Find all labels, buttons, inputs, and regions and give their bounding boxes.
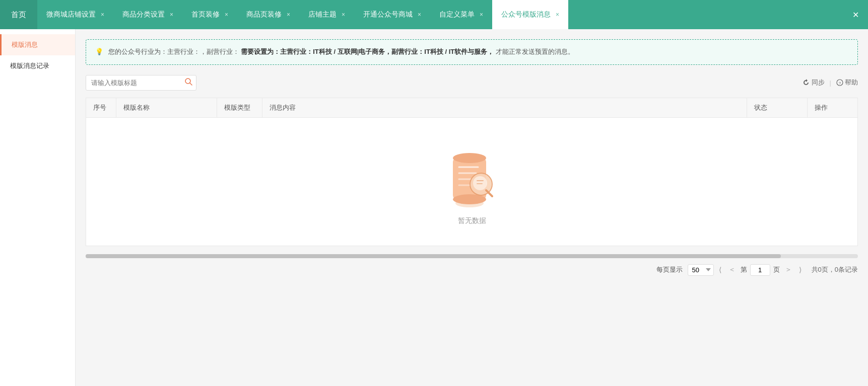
next-page-button[interactable]: ＞	[783, 264, 794, 275]
bulb-icon: 💡	[95, 48, 103, 55]
tab-shop-theme[interactable]: 店铺主题 ×	[299, 0, 354, 29]
main-layout: 模版消息 模版消息记录 💡 您的公众号行业为：主营行业：，副营行业： 需要设置为…	[0, 29, 868, 386]
tab-open-mall-label: 开通公众号商城	[363, 10, 413, 19]
tab-product-decor-label: 商品页装修	[246, 10, 282, 19]
page-label-prefix: 第	[741, 265, 747, 274]
first-page-button[interactable]: ⟨	[717, 265, 723, 275]
close-tab-shop-settings[interactable]: ×	[101, 11, 104, 18]
tab-home-decor[interactable]: 首页装修 ×	[182, 0, 237, 29]
tab-template-msg-label: 公众号模版消息	[501, 10, 551, 19]
sync-button[interactable]: 同步	[803, 78, 825, 87]
table-header-row: 序号 模版名称 模版类型 消息内容 状态 操作	[86, 98, 858, 117]
col-name: 模版名称	[116, 98, 217, 117]
page-number-input[interactable]	[750, 264, 770, 276]
tab-shop-theme-label: 店铺主题	[308, 10, 337, 19]
col-content: 消息内容	[262, 98, 747, 117]
search-input-wrap	[86, 75, 196, 91]
tab-template-msg[interactable]: 公众号模版消息 ×	[492, 0, 568, 29]
search-icon	[185, 78, 192, 86]
refresh-icon	[803, 79, 810, 86]
sidebar: 模版消息 模版消息记录	[0, 29, 76, 386]
last-page-button[interactable]: ⟩	[797, 265, 804, 275]
tab-category-settings-label: 商品分类设置	[122, 10, 165, 19]
toolbar-divider: |	[830, 79, 831, 87]
content-area: 💡 您的公众号行业为：主营行业：，副营行业： 需要设置为：主营行业：IT科技 /…	[76, 29, 868, 386]
col-action: 操作	[808, 98, 858, 117]
empty-state: 暂无数据	[86, 118, 858, 246]
tab-shop-settings[interactable]: 微商城店铺设置 ×	[37, 0, 113, 29]
svg-line-1	[190, 83, 192, 85]
close-tab-shop-theme[interactable]: ×	[342, 11, 345, 18]
tab-home[interactable]: 首页	[0, 0, 37, 29]
per-page-select[interactable]: 50 10 20 100	[688, 264, 714, 276]
per-page-label: 每页显示	[656, 265, 683, 274]
tab-custom-menu-label: 自定义菜单	[439, 10, 475, 19]
pagination-bar: 每页显示 50 10 20 100 ⟨ ＜ 第 页 ＞ ⟩ 共0页，0条记录	[86, 258, 858, 276]
page-label-suffix: 页	[773, 265, 780, 274]
close-tab-category-settings[interactable]: ×	[170, 11, 173, 18]
sidebar-item-template-msg-label: 模版消息	[12, 41, 38, 48]
close-tab-open-mall[interactable]: ×	[418, 11, 421, 18]
top-nav: 首页 微商城店铺设置 × 商品分类设置 × 首页装修 × 商品页装修 × 店铺主…	[0, 0, 868, 29]
col-type: 模版类型	[217, 98, 262, 117]
tab-home-label: 首页	[11, 10, 26, 20]
tab-custom-menu[interactable]: 自定义菜单 ×	[430, 0, 492, 29]
col-index: 序号	[86, 98, 116, 117]
scrollbar-thumb	[86, 254, 781, 258]
col-status: 状态	[747, 98, 808, 117]
svg-text:?: ?	[839, 81, 841, 86]
tab-shop-settings-label: 微商城店铺设置	[46, 10, 96, 19]
scrollbar-track[interactable]	[86, 254, 858, 258]
sidebar-item-template-msg-log-label: 模版消息记录	[10, 62, 49, 69]
sidebar-item-template-msg[interactable]: 模版消息	[0, 34, 75, 55]
sync-label: 同步	[812, 78, 825, 87]
info-banner-prefix: 您的公众号行业为：主营行业：，副营行业：	[108, 48, 239, 55]
empty-illustration	[442, 148, 502, 208]
info-banner-highlight: 需要设置为：主营行业：IT科技 / 互联网|电子商务，副营行业：IT科技 / I…	[241, 48, 494, 55]
data-table: 序号 模版名称 模版类型 消息内容 状态 操作	[86, 98, 858, 118]
pagination-total: 共0页，0条记录	[812, 265, 858, 274]
svg-point-7	[453, 194, 486, 204]
close-tab-custom-menu[interactable]: ×	[480, 11, 483, 18]
help-button[interactable]: ? 帮助	[836, 78, 858, 87]
search-bar: 同步 | ? 帮助	[86, 75, 858, 91]
tab-open-mall[interactable]: 开通公众号商城 ×	[354, 0, 430, 29]
search-button[interactable]	[185, 78, 192, 87]
info-banner-suffix: 才能正常发送预置的消息。	[496, 48, 574, 55]
help-icon: ?	[836, 79, 843, 86]
empty-state-text: 暂无数据	[96, 216, 847, 225]
tab-category-settings[interactable]: 商品分类设置 ×	[113, 0, 182, 29]
close-tab-home-decor[interactable]: ×	[225, 11, 228, 18]
info-banner: 💡 您的公众号行业为：主营行业：，副营行业： 需要设置为：主营行业：IT科技 /…	[86, 39, 858, 65]
search-right-actions: 同步 | ? 帮助	[803, 78, 858, 87]
tab-product-decor[interactable]: 商品页装修 ×	[237, 0, 299, 29]
close-tab-product-decor[interactable]: ×	[287, 11, 290, 18]
search-input[interactable]	[86, 75, 196, 91]
close-tab-template-msg[interactable]: ×	[556, 11, 559, 18]
close-all-button[interactable]: ✕	[843, 10, 868, 20]
help-label: 帮助	[845, 78, 858, 87]
tab-home-decor-label: 首页装修	[191, 10, 220, 19]
svg-point-6	[453, 153, 486, 163]
sidebar-item-template-msg-log[interactable]: 模版消息记录	[0, 55, 75, 76]
prev-page-button[interactable]: ＜	[726, 264, 738, 275]
